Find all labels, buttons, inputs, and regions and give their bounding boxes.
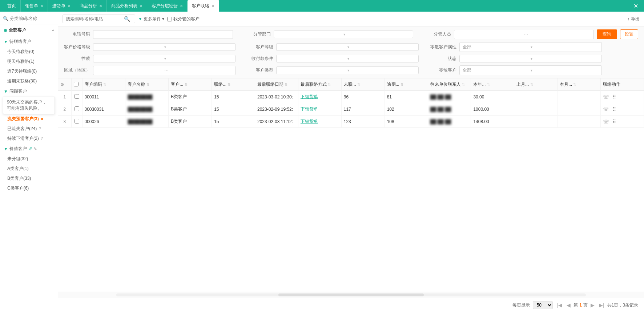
prev-page-btn[interactable]: ◀ <box>565 301 572 309</box>
td-checkbox[interactable] <box>71 91 82 103</box>
sidebar-group-value[interactable]: ▼ 价值客户 ↺ ✎ <box>0 143 58 154</box>
sort-this-month-icon[interactable]: ⇅ <box>573 82 576 86</box>
tab-customer-segment-close[interactable]: ✕ <box>180 4 183 8</box>
region-select[interactable]: ··· <box>93 66 236 75</box>
td-checkbox[interactable] <box>71 116 82 128</box>
scrollbar-thumb[interactable] <box>278 293 424 296</box>
content-area: 🔍 ▼ 更多条件 ▾ 我分管的客户 ↑ 导出 电话号码 <box>58 12 644 312</box>
sidebar-item-class-b[interactable]: B类客户(33) <box>0 174 58 183</box>
sidebar-item-overdue[interactable]: 逾期未联络(30) <box>0 76 58 86</box>
row-checkbox-1[interactable] <box>75 106 79 111</box>
sidebar-item-declining[interactable]: 持续下滑客户(2) ? <box>0 134 58 143</box>
sidebar-item-7days[interactable]: 近7天待联络(0) <box>0 66 58 76</box>
tab-customer-contact[interactable]: 客户联络 ✕ <box>188 0 219 12</box>
next-page-btn[interactable]: ▶ <box>589 301 596 309</box>
zero-attr-select[interactable]: 全部 ▾ <box>459 42 602 52</box>
sidebar-search-input[interactable] <box>10 16 55 21</box>
sort-last-month-icon[interactable]: ⇅ <box>530 82 533 86</box>
row-checkbox-0[interactable] <box>75 94 79 99</box>
sort-last-method-icon[interactable]: ⇅ <box>328 82 331 86</box>
edit-icon[interactable]: ✎ <box>33 146 37 151</box>
zero-customer-select[interactable]: 全部 ▾ <box>459 65 602 75</box>
tab-customer-contact-close[interactable]: ✕ <box>212 4 214 8</box>
sidebar-search-icon: 🔍 <box>3 16 8 21</box>
td-this-year: 1408.00 <box>471 116 514 128</box>
sort-overdue-icon[interactable]: ⇅ <box>401 82 403 86</box>
sidebar-group-lost[interactable]: ▼ 闯踢客户 <box>0 86 58 97</box>
tab-sales[interactable]: 销售单 ✕ <box>21 0 48 12</box>
tab-home[interactable]: 首页 <box>3 0 21 12</box>
row-checkbox-2[interactable] <box>75 119 79 123</box>
select-all-checkbox[interactable] <box>74 82 79 86</box>
tab-customer-segment[interactable]: 客户分层经营 ✕ <box>147 0 188 12</box>
search-input[interactable] <box>66 16 124 21</box>
sidebar-collapse-btn[interactable]: « <box>52 28 54 32</box>
my-customers-check-input[interactable] <box>167 17 172 21</box>
sort-unit-contact-icon[interactable]: ⇅ <box>462 82 465 86</box>
sidebar-item-class-c[interactable]: C类客户(6) <box>0 183 58 193</box>
td-this-month <box>558 103 601 116</box>
tab-goods-analysis-list-close[interactable]: ✕ <box>140 4 142 8</box>
td-checkbox[interactable] <box>71 103 82 116</box>
sort-level-icon[interactable]: ⇅ <box>185 82 188 86</box>
sort-this-year-icon[interactable]: ⇅ <box>487 82 490 86</box>
action-more-icon-1[interactable]: ⠿ <box>612 106 616 112</box>
grid-settings-icon[interactable]: ⚙ <box>60 82 64 87</box>
sort-name-icon[interactable]: ⇅ <box>146 82 149 86</box>
sort-contact-icon[interactable]: ⇅ <box>228 82 230 86</box>
phone-input[interactable] <box>93 30 233 39</box>
sort-code-icon[interactable]: ⇅ <box>103 82 106 86</box>
action-contact-icon-2[interactable]: ☏ <box>603 119 609 125</box>
payment-select[interactable]: ▾ <box>276 55 419 62</box>
tab-goods-analysis-list[interactable]: 商品分析列表 ✕ <box>107 0 147 12</box>
search-submit-icon[interactable]: 🔍 <box>124 16 130 22</box>
refresh-icon[interactable]: ↺ <box>28 146 32 151</box>
staff-select[interactable]: ··· <box>454 30 594 39</box>
gender-select[interactable]: ▾ <box>93 55 236 62</box>
sidebar-item-class-a[interactable]: A类客户(1) <box>0 164 58 174</box>
dept-select[interactable]: ▾ <box>274 31 414 38</box>
td-this-month <box>558 116 601 128</box>
sidebar-item-tomorrow[interactable]: 明天待联络(1) <box>0 57 58 66</box>
sort-last-date-icon[interactable]: ⇅ <box>285 82 287 86</box>
sidebar-group-pending[interactable]: ▼ 待联络客户 <box>0 36 58 47</box>
tab-goods-analysis-close[interactable]: ✕ <box>99 4 102 8</box>
action-contact-icon-0[interactable]: ☏ <box>603 94 609 100</box>
sidebar-item-lost-warning[interactable]: 流失预警客户(3) ● <box>0 114 58 124</box>
tab-purchase-close[interactable]: ✕ <box>68 4 71 8</box>
more-conditions-btn[interactable]: ▼ 更多条件 ▾ <box>138 16 164 22</box>
tab-purchase[interactable]: 进货单 ✕ <box>48 0 75 12</box>
filter-panel: 电话号码 分管部门 ▾ 分管人员 ··· <box>58 27 644 78</box>
tab-sales-close[interactable]: ✕ <box>40 4 43 8</box>
td-last-method[interactable]: 下销货单 <box>298 103 341 116</box>
sidebar-all-customers[interactable]: ⊞ 全部客户 « <box>0 24 58 36</box>
sidebar-item-unassigned[interactable]: 未分组(32) <box>0 154 58 164</box>
window-close-btn[interactable]: ✕ <box>631 3 641 9</box>
td-last-method[interactable]: 下销货单 <box>298 116 341 128</box>
page-size-select[interactable]: 50 100 200 <box>533 301 553 309</box>
first-page-btn[interactable]: |◀ <box>556 301 564 309</box>
customer-type-select[interactable]: ▾ <box>276 66 419 74</box>
tab-goods-analysis[interactable]: 商品分析 ✕ <box>75 0 107 12</box>
staff-ellipsis[interactable]: ··· <box>524 32 591 37</box>
search-input-wrap: 🔍 <box>63 15 135 23</box>
sidebar-item-lost[interactable]: 已流失客户(24) ? <box>0 124 58 134</box>
region-ellipsis[interactable]: ··· <box>164 68 232 73</box>
query-button[interactable]: 查询 <box>597 29 617 39</box>
last-page-btn[interactable]: ▶| <box>597 301 606 309</box>
td-name: ████████ <box>125 91 169 103</box>
action-contact-icon-1[interactable]: ☏ <box>603 106 609 112</box>
td-last-method[interactable]: 下销货单 <box>298 91 341 103</box>
customer-level-select[interactable]: ▾ <box>276 43 419 51</box>
question-icon: ? <box>39 127 41 131</box>
export-btn[interactable]: ↑ 导出 <box>627 16 640 22</box>
horizontal-scrollbar[interactable] <box>58 292 644 298</box>
action-more-icon-2[interactable]: ⠿ <box>612 119 616 125</box>
settings-button[interactable]: 设置 <box>620 29 638 39</box>
sidebar-item-today[interactable]: 今天待联络(0) <box>0 47 58 57</box>
price-level-select[interactable]: ▾ <box>93 43 236 51</box>
action-more-icon-0[interactable]: ⠿ <box>612 94 616 100</box>
sort-not-contact-icon[interactable]: ⇅ <box>357 82 360 86</box>
status-select[interactable]: ▾ <box>459 55 602 62</box>
my-customers-checkbox[interactable]: 我分管的客户 <box>167 16 200 22</box>
